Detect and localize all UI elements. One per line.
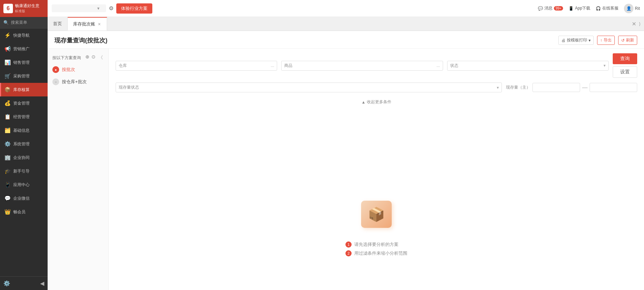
inventory-qty-from[interactable] — [532, 83, 580, 92]
sidebar-nav: ⚡ 快捷导航 📢 营销推广 📊 销售管理 🛒 采购管理 📦 库存核算 💰 资金管… — [0, 29, 48, 276]
sidebar-collapse-icon[interactable]: ◀ — [40, 280, 44, 287]
sidebar-item-enterprise[interactable]: 🏢 企业协同 — [0, 151, 48, 164]
main-area: ▾ ⚙ 体验行业方案 💬 消息 99+ 📱 App下载 🎧 在线客服 👤 Rit — [48, 0, 644, 290]
query-action-btns: 查询 设置 — [613, 53, 637, 78]
hint-num-2: 2 — [345, 250, 352, 256]
sidebar-item-quick-nav[interactable]: ⚡ 快捷导航 — [0, 29, 48, 42]
plan-by-batch-label: 按批次 — [62, 67, 75, 73]
nav-label-new-guide: 新手引导 — [13, 168, 30, 174]
content-header: 现存量查询(按批次) 🖨 按模板打印 ▾ ↑ 导出 ↺ 刷新 — [48, 31, 644, 49]
page-title: 现存量查询(按批次) — [54, 36, 107, 44]
sidebar-item-inventory[interactable]: 📦 库存核算 — [0, 83, 48, 96]
inventory-status-wrap[interactable]: 现存量状态 ▾ — [116, 83, 502, 92]
sidebar-item-sales[interactable]: 📊 销售管理 — [0, 56, 48, 69]
close-panel-btn[interactable]: ✕ — [632, 21, 636, 27]
nav-label-sales: 销售管理 — [13, 60, 30, 66]
sidebar-item-basics[interactable]: 🗂️ 基础信息 — [0, 124, 48, 137]
sidebar-item-system[interactable]: ⚙️ 系统管理 — [0, 137, 48, 151]
left-panel-title: 按以下方案查询 — [52, 55, 81, 61]
nav-icon-operations: 📋 — [4, 114, 11, 120]
sidebar-item-new-guide[interactable]: 🎓 新手引导 — [0, 164, 48, 178]
experience-btn[interactable]: 体验行业方案 — [116, 3, 152, 14]
nav-icon-quick-nav: ⚡ — [4, 32, 11, 38]
tab-home[interactable]: 首页 — [48, 17, 68, 30]
add-plan-icon[interactable]: ⊕ — [85, 54, 89, 61]
sidebar-item-operations[interactable]: 📋 经营管理 — [0, 110, 48, 124]
hint-num-1: 1 — [345, 241, 352, 248]
expand-btn[interactable]: ⟩ — [639, 21, 641, 26]
settings-plan-icon[interactable]: ⊙ — [91, 54, 96, 61]
hint-item-1: 1 请先选择要分析的方案 — [345, 241, 407, 248]
nav-icon-sales: 📊 — [4, 59, 11, 66]
product-label: 商品 — [284, 63, 292, 69]
warehouse-more-icon[interactable]: ... — [271, 63, 274, 68]
online-service-label: 在线客服 — [602, 5, 618, 11]
nav-label-marketing: 营销推广 — [13, 46, 30, 52]
warehouse-field: 仓库 ... — [116, 61, 277, 71]
warehouse-input[interactable] — [129, 63, 271, 68]
sidebar-item-app-center[interactable]: 📱 应用中心 — [0, 178, 48, 192]
message-badge: 99+ — [554, 6, 563, 11]
nav-label-basics: 基础信息 — [13, 128, 30, 133]
plan-item-by-batch[interactable]: ● 按批次 — [48, 64, 108, 76]
nav-icon-enterprise-wechat: 💬 — [4, 195, 11, 201]
topbar-dropdown-icon[interactable]: ▾ — [97, 6, 100, 11]
query-btn[interactable]: 查询 — [613, 53, 637, 64]
empty-illustration: 📦 — [356, 194, 397, 235]
collapse-more-btn[interactable]: ▲ 收起更多条件 — [116, 97, 637, 107]
export-btn[interactable]: ↑ 导出 — [597, 36, 615, 45]
nav-icon-inventory: 📦 — [4, 87, 11, 93]
sidebar-item-marketing[interactable]: 📢 营销推广 — [0, 42, 48, 56]
search-icon: 🔍 — [3, 20, 9, 25]
warehouse-input-wrap[interactable]: 仓库 ... — [116, 61, 277, 71]
tab-home-label: 首页 — [53, 21, 62, 27]
online-service-item[interactable]: 🎧 在线客服 — [596, 5, 618, 11]
tabs-bar: 首页 库存批次账 × ✕ ⟩ — [48, 17, 644, 31]
sidebar-item-finance[interactable]: 💰 资金管理 — [0, 96, 48, 110]
sidebar-settings-icon[interactable]: ⚙️ — [3, 280, 10, 287]
range-dash: — — [582, 85, 588, 91]
content-area: 现存量查询(按批次) 🖨 按模板打印 ▾ ↑ 导出 ↺ 刷新 — [48, 31, 644, 290]
sidebar-item-vip[interactable]: 👑 畅会员 — [0, 205, 48, 219]
sidebar-header: 6 畅康通好生意 标准版 — [0, 0, 48, 17]
nav-label-system: 系统管理 — [13, 141, 30, 147]
nav-icon-new-guide: 🎓 — [4, 168, 11, 174]
message-label: 消息 — [544, 5, 553, 11]
nav-icon-system: ⚙️ — [4, 141, 11, 147]
inventory-qty-label: 现存量（主） — [506, 85, 530, 90]
settings-btn[interactable]: 设置 — [613, 66, 637, 78]
user-area[interactable]: 👤 Rit — [624, 4, 640, 13]
nav-label-enterprise-wechat: 企业微信 — [13, 196, 30, 201]
app-download-item[interactable]: 📱 App下载 — [569, 5, 590, 11]
inventory-qty-to[interactable] — [590, 83, 637, 92]
status-chevron-icon: ▾ — [604, 63, 606, 68]
print-btn[interactable]: 🖨 按模板打印 ▾ — [558, 36, 594, 45]
status-select-wrap[interactable]: 状态 ▾ — [447, 61, 609, 71]
product-input[interactable] — [294, 63, 436, 68]
warehouse-label: 仓库 — [119, 63, 127, 69]
inventory-qty-wrap: 现存量（主） — — [506, 83, 637, 92]
collapse-left-icon[interactable]: 《 — [98, 54, 104, 61]
plan-item-by-warehouse-batch[interactable]: ○ 按仓库+批次 — [48, 76, 108, 88]
print-dropdown-icon: ▾ — [589, 38, 591, 43]
refresh-btn[interactable]: ↺ 刷新 — [618, 36, 637, 45]
tab-inventory-batch[interactable]: 库存批次账 × — [68, 17, 107, 31]
message-item[interactable]: 💬 消息 99+ — [538, 5, 563, 11]
tab-close-btn[interactable]: × — [97, 21, 101, 27]
product-more-icon[interactable]: ... — [437, 63, 440, 68]
print-icon: 🖨 — [561, 38, 565, 43]
empty-state: 📦 1 请先选择要分析的方案 2 用过滤条件来缩小分析范围 — [109, 161, 644, 290]
headset-icon: 🎧 — [596, 6, 601, 11]
product-input-wrap[interactable]: 商品 ... — [281, 61, 443, 71]
nav-icon-marketing: 📢 — [4, 46, 11, 52]
nav-icon-finance: 💰 — [4, 100, 11, 106]
sidebar-search[interactable]: 🔍 搜索菜单 — [0, 17, 48, 29]
nav-label-purchase: 采购管理 — [13, 73, 30, 79]
nav-icon-basics: 🗂️ — [4, 127, 11, 133]
sidebar-item-purchase[interactable]: 🛒 采购管理 — [0, 69, 48, 83]
topbar-settings-icon[interactable]: ⚙ — [109, 5, 114, 12]
hint-item-2: 2 用过滤条件来缩小分析范围 — [345, 250, 407, 256]
sidebar-item-enterprise-wechat[interactable]: 💬 企业微信 — [0, 192, 48, 205]
user-name: Rit — [635, 6, 640, 11]
topbar-search-input[interactable] — [55, 6, 96, 11]
